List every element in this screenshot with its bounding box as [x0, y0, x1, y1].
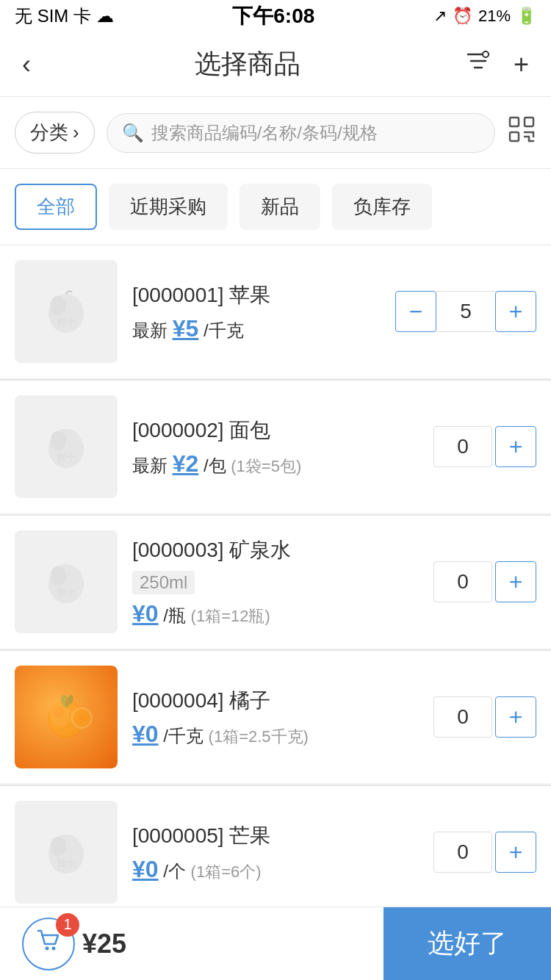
quantity-control: − +	[395, 291, 536, 332]
table-row: 智十 [0000002] 面包 最新 ¥2 /包 (1袋=5包) +	[0, 381, 551, 513]
search-box[interactable]: 🔍 搜索商品编码/名称/条码/规格	[107, 113, 495, 153]
product-price: ¥0 /千克 (1箱=2.5千克)	[132, 721, 419, 748]
status-bar: 无 SIM 卡 ☁ 下午6:08 ↗ ⏰ 21% 🔋	[0, 0, 551, 32]
page-title: 选择商品	[195, 46, 300, 82]
product-info: [0000003] 矿泉水 250ml ¥0 /瓶 (1箱=12瓶)	[132, 536, 419, 627]
quantity-increase-button[interactable]: +	[495, 832, 536, 873]
svg-point-44	[46, 947, 49, 951]
cart-section: 1 ¥25	[0, 918, 383, 970]
alarm-icon: ⏰	[453, 7, 472, 26]
svg-point-16	[51, 431, 66, 451]
svg-point-34	[79, 716, 84, 721]
product-price: ¥0 /瓶 (1箱=12瓶)	[132, 600, 419, 627]
category-button[interactable]: 分类 ›	[15, 112, 95, 154]
bottom-bar: 1 ¥25 选好了	[0, 907, 551, 980]
svg-point-45	[52, 947, 56, 951]
cart-badge: 1	[56, 913, 79, 937]
filter-tabs: 全部 近期采购 新品 负库存	[0, 169, 551, 245]
product-image: 智十	[15, 530, 118, 633]
product-image: 智十	[15, 395, 118, 498]
quantity-input[interactable]	[433, 696, 492, 738]
orange-image	[15, 666, 118, 768]
quantity-input[interactable]	[433, 426, 492, 467]
table-row: [0000004] 橘子 ¥0 /千克 (1箱=2.5千克) +	[0, 651, 551, 783]
svg-point-36	[51, 837, 66, 857]
quantity-input[interactable]	[433, 832, 492, 873]
tab-negative[interactable]: 负库存	[332, 184, 432, 230]
product-name: [0000002] 面包	[132, 417, 419, 444]
quantity-decrease-button[interactable]: −	[395, 291, 436, 332]
product-price: ¥0 /个 (1箱=6个)	[132, 856, 419, 883]
tab-all[interactable]: 全部	[15, 184, 97, 230]
sim-status: 无 SIM 卡 ☁	[15, 4, 114, 28]
status-left: 无 SIM 卡 ☁	[15, 4, 114, 28]
battery-icon: 🔋	[516, 7, 536, 26]
quantity-control: +	[433, 426, 536, 467]
product-image	[15, 666, 118, 768]
svg-text:智十: 智十	[57, 317, 76, 328]
product-info: [0000002] 面包 最新 ¥2 /包 (1袋=5包)	[132, 417, 419, 478]
status-time: 下午6:08	[232, 2, 314, 30]
svg-text:智十: 智十	[57, 452, 76, 463]
product-info: [0000001] 苹果 最新 ¥5 /千克	[132, 281, 381, 342]
product-spec: 250ml	[132, 571, 195, 594]
quantity-increase-button[interactable]: +	[495, 291, 536, 332]
product-name: [0000003] 矿泉水	[132, 536, 419, 564]
battery-level: 21%	[478, 7, 511, 26]
table-row: 智十 [0000001] 苹果 最新 ¥5 /千克 − +	[0, 245, 551, 378]
product-info: [0000004] 橘子 ¥0 /千克 (1箱=2.5千克)	[132, 687, 419, 748]
svg-rect-6	[510, 132, 519, 141]
cart-icon	[35, 928, 62, 959]
filter-icon[interactable]	[465, 48, 491, 81]
status-right: ↗ ⏰ 21% 🔋	[433, 7, 536, 26]
quantity-increase-button[interactable]: +	[495, 426, 536, 467]
confirm-button[interactable]: 选好了	[383, 907, 551, 980]
product-name: [0000005] 芒果	[132, 822, 419, 850]
product-image: 智十	[15, 801, 118, 904]
toolbar: 分类 › 🔍 搜索商品编码/名称/条码/规格	[0, 97, 551, 169]
svg-rect-4	[510, 118, 519, 126]
tab-recent[interactable]: 近期采购	[109, 184, 228, 230]
product-name: [0000001] 苹果	[132, 281, 381, 309]
chevron-right-icon: ›	[73, 121, 79, 144]
product-info: [0000005] 芒果 ¥0 /个 (1箱=6个)	[132, 822, 419, 883]
product-price: 最新 ¥2 /包 (1袋=5包)	[132, 450, 419, 478]
back-button[interactable]: ‹	[22, 49, 31, 80]
svg-point-24	[53, 706, 65, 718]
svg-point-3	[483, 51, 489, 57]
product-name: [0000004] 橘子	[132, 687, 419, 715]
nav-bar: ‹ 选择商品 +	[0, 32, 551, 97]
search-placeholder: 搜索商品编码/名称/条码/规格	[151, 121, 378, 145]
table-row: 智十 [0000005] 芒果 ¥0 /个 (1箱=6个) +	[0, 786, 551, 918]
product-image: 智十	[15, 260, 118, 363]
svg-rect-5	[525, 118, 533, 126]
quantity-control: +	[433, 561, 536, 602]
search-icon: 🔍	[122, 123, 144, 143]
quantity-control: +	[433, 832, 536, 873]
quantity-increase-button[interactable]: +	[495, 696, 536, 738]
svg-text:智十: 智十	[57, 857, 76, 868]
product-price: 最新 ¥5 /千克	[132, 315, 381, 342]
add-button[interactable]: +	[514, 49, 529, 80]
svg-point-13	[51, 296, 66, 316]
tab-new[interactable]: 新品	[240, 184, 320, 230]
quantity-control: +	[433, 696, 536, 738]
product-list: 智十 [0000001] 苹果 最新 ¥5 /千克 − + 智十	[0, 245, 551, 980]
cart-total: ¥25	[82, 929, 126, 959]
quantity-increase-button[interactable]: +	[495, 561, 536, 602]
nav-actions: +	[465, 48, 529, 81]
scan-icon[interactable]	[507, 115, 536, 151]
table-row: 智十 [0000003] 矿泉水 250ml ¥0 /瓶 (1箱=12瓶) +	[0, 516, 551, 648]
svg-point-19	[51, 566, 66, 586]
quantity-input[interactable]	[433, 561, 492, 602]
location-icon: ↗	[433, 7, 447, 26]
cart-icon-button[interactable]: 1	[22, 918, 75, 970]
category-label: 分类	[30, 120, 68, 145]
quantity-input[interactable]	[436, 291, 495, 332]
svg-text:智十: 智十	[57, 587, 76, 598]
